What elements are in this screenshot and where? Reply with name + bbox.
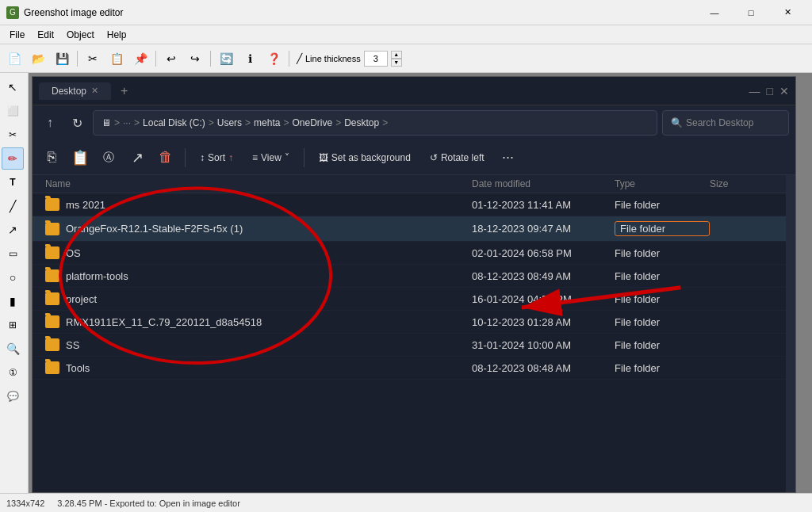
nav-refresh[interactable]: ↻ bbox=[66, 112, 88, 134]
app-title: Greenshot image editor bbox=[24, 7, 696, 18]
tool-arrow[interactable]: ↗ bbox=[2, 219, 24, 241]
maximize-button[interactable]: □ bbox=[733, 0, 769, 25]
col-size: Size bbox=[710, 178, 773, 189]
explorer-maximize-icon[interactable]: □ bbox=[767, 85, 773, 97]
tool-text[interactable]: T bbox=[2, 171, 24, 193]
folder-icon bbox=[45, 223, 59, 235]
help-btn[interactable]: ❓ bbox=[262, 48, 285, 70]
menu-object[interactable]: Object bbox=[60, 28, 101, 42]
set-background-label: Set as background bbox=[331, 152, 411, 163]
addr-mehta: mehta bbox=[254, 117, 280, 128]
tb-rename-icon[interactable]: Ⓐ bbox=[96, 145, 121, 170]
file-name-label: OS bbox=[66, 247, 81, 259]
file-name-cell: Tools bbox=[45, 361, 472, 374]
sort-icon: ↕ bbox=[200, 152, 205, 163]
address-bar[interactable]: 🖥 > ··· > Local Disk (C:) > Users > meht… bbox=[93, 110, 657, 136]
save-btn[interactable]: 💾 bbox=[51, 48, 73, 70]
paste-btn[interactable]: 📌 bbox=[129, 48, 151, 70]
nav-up[interactable]: ↑ bbox=[39, 112, 61, 134]
new-tab-button[interactable]: + bbox=[114, 81, 134, 101]
thickness-down[interactable]: ▼ bbox=[391, 59, 402, 67]
cut-btn[interactable]: ✂ bbox=[82, 48, 104, 70]
table-row[interactable]: project 16-01-2024 04:59 PM File folder bbox=[33, 288, 786, 311]
redo-btn[interactable]: ↪ bbox=[184, 48, 206, 70]
tb-delete-icon[interactable]: 🗑 bbox=[153, 145, 178, 170]
new-btn[interactable]: 📄 bbox=[3, 48, 25, 70]
set-background-button[interactable]: 🖼 Set as background bbox=[311, 145, 419, 170]
rotate-btn[interactable]: 🔄 bbox=[215, 48, 237, 70]
info-btn[interactable]: ℹ bbox=[239, 48, 261, 70]
explorer-close-icon[interactable]: — bbox=[749, 85, 760, 97]
tb-paste-icon[interactable]: 📋 bbox=[67, 145, 93, 170]
explorer-tabs: Desktop ✕ + bbox=[39, 81, 743, 101]
file-name-cell: OS bbox=[45, 246, 472, 259]
col-date: Date modified bbox=[472, 178, 615, 189]
menu-help[interactable]: Help bbox=[101, 28, 133, 42]
explorer-tab-desktop[interactable]: Desktop ✕ bbox=[39, 82, 111, 100]
tool-pen[interactable]: ✏ bbox=[2, 147, 24, 170]
app-icon: G bbox=[6, 6, 19, 19]
menu-file[interactable]: File bbox=[3, 28, 31, 42]
menu-edit[interactable]: Edit bbox=[31, 28, 60, 42]
rotate-left-button[interactable]: ↺ Rotate left bbox=[422, 145, 492, 170]
toolbar-sep-3 bbox=[210, 51, 211, 67]
status-time: 3.28.45 PM - Exported to: Open in image … bbox=[57, 499, 240, 508]
table-row[interactable]: RMX1911EX_11_C.79_220121_d8a54518 10-12-… bbox=[33, 311, 786, 334]
open-btn[interactable]: 📂 bbox=[27, 48, 49, 70]
search-icon: 🔍 bbox=[671, 117, 683, 128]
tool-crop[interactable]: ✂ bbox=[2, 124, 24, 146]
file-type: File folder bbox=[615, 221, 710, 236]
search-bar[interactable]: 🔍 Search Desktop bbox=[662, 110, 789, 136]
table-row[interactable]: OS 02-01-2024 06:58 PM File folder bbox=[33, 242, 786, 265]
explorer-x-icon[interactable]: ✕ bbox=[779, 85, 789, 97]
tool-select[interactable]: ↖ bbox=[2, 76, 24, 98]
tb-share-icon[interactable]: ↗ bbox=[124, 145, 150, 170]
tool-highlight[interactable]: ▮ bbox=[2, 290, 24, 312]
tool-line[interactable]: ╱ bbox=[2, 195, 24, 217]
file-name-label: ms 2021 bbox=[66, 199, 105, 211]
file-date: 10-12-2023 01:28 AM bbox=[472, 316, 615, 328]
file-date: 16-01-2024 04:59 PM bbox=[472, 293, 615, 305]
folder-icon bbox=[45, 292, 59, 305]
toolbar-sep-1 bbox=[77, 51, 78, 67]
tool-ellipse[interactable]: ○ bbox=[2, 266, 24, 288]
tool-rect[interactable]: ▭ bbox=[2, 243, 24, 265]
sort-arrow: ↑ bbox=[228, 152, 233, 163]
col-type: Type bbox=[615, 178, 710, 189]
file-name-label: platform-tools bbox=[66, 270, 128, 282]
table-row[interactable]: ms 2021 01-12-2023 11:41 AM File folder bbox=[33, 193, 786, 216]
tb-copy-icon[interactable]: ⎘ bbox=[39, 145, 64, 170]
addr-c: Local Disk (C:) bbox=[143, 117, 205, 128]
tool-speech[interactable]: 💬 bbox=[2, 385, 24, 407]
sort-button[interactable]: ↕ Sort ↑ bbox=[192, 145, 241, 170]
table-row[interactable]: platform-tools 08-12-2023 08:49 AM File … bbox=[33, 265, 786, 288]
tool-step[interactable]: ① bbox=[2, 361, 24, 384]
exp-tb-sep-2 bbox=[304, 148, 304, 167]
more-options-button[interactable]: ··· bbox=[496, 145, 521, 170]
file-name-label: SS bbox=[66, 339, 79, 351]
undo-btn[interactable]: ↩ bbox=[160, 48, 182, 70]
tab-close-icon[interactable]: ✕ bbox=[91, 86, 98, 96]
thickness-up[interactable]: ▲ bbox=[391, 51, 402, 59]
canvas-area[interactable]: Desktop ✕ + — □ ✕ ↑ ↻ 🖥 > ··· bbox=[29, 73, 812, 493]
tool-blur[interactable]: ⊞ bbox=[2, 314, 24, 336]
table-row[interactable]: SS 31-01-2024 10:00 AM File folder bbox=[33, 334, 786, 357]
tool-magnify[interactable]: 🔍 bbox=[2, 338, 24, 360]
table-row[interactable]: Tools 08-12-2023 08:48 AM File folder bbox=[33, 357, 786, 380]
file-list-container: Name Date modified Type Size ms 2021 01-… bbox=[33, 175, 795, 492]
addr-monitor-icon: 🖥 bbox=[102, 117, 111, 128]
file-name-cell: project bbox=[45, 292, 472, 305]
file-name-label: OrangeFox-R12.1-Stable-F2FS-r5x (1) bbox=[66, 223, 243, 235]
view-button[interactable]: ≡ View ˅ bbox=[244, 145, 297, 170]
copy-btn[interactable]: 📋 bbox=[105, 48, 128, 70]
minimize-button[interactable]: — bbox=[696, 0, 733, 25]
line-thickness-input[interactable]: 3 bbox=[364, 51, 388, 67]
file-date: 18-12-2023 09:47 AM bbox=[472, 223, 615, 235]
explorer-toolbar: ⎘ 📋 Ⓐ ↗ 🗑 ↕ Sort ↑ ≡ View ˅ 🖼 bbox=[33, 140, 795, 175]
main-area: ↖ ⬜ ✂ ✏ T ╱ ↗ ▭ ○ ▮ ⊞ 🔍 ① 💬 Desktop ✕ + bbox=[0, 73, 812, 493]
tool-rect-select[interactable]: ⬜ bbox=[2, 100, 24, 122]
scrollbar[interactable] bbox=[786, 175, 795, 492]
line-thickness-icon: ╱ bbox=[297, 53, 302, 64]
close-button[interactable]: ✕ bbox=[769, 0, 806, 25]
table-row[interactable]: OrangeFox-R12.1-Stable-F2FS-r5x (1) 18-1… bbox=[33, 216, 786, 242]
